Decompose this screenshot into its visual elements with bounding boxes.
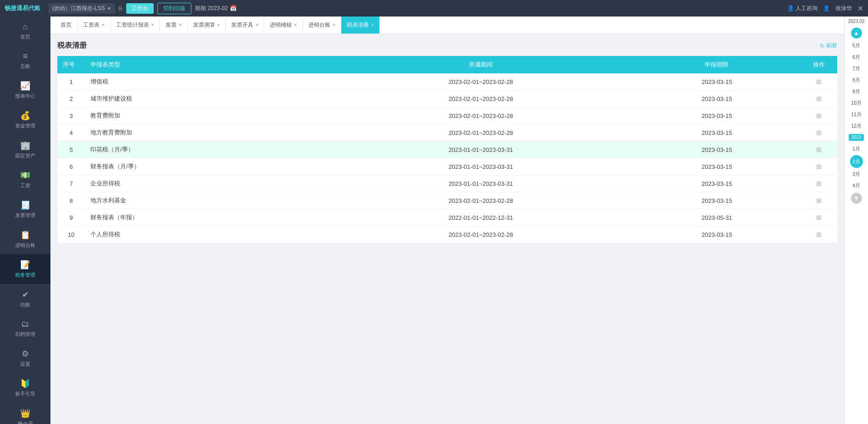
- tab-purchase-review-close[interactable]: ×: [294, 22, 297, 28]
- action-view-icon[interactable]: ⊞: [816, 180, 822, 187]
- tab-tax-list[interactable]: 税表清册 ×: [341, 17, 380, 34]
- cell-action: ⊞: [801, 124, 837, 141]
- sidebar-item-guide[interactable]: 🔰 新手引导: [0, 373, 50, 403]
- right-calendar: 2023.02 ▲ 5月 6月 7月 8月 9月 10月 11月 12月 202…: [844, 17, 868, 424]
- refresh-button[interactable]: ↻ 刷新: [820, 42, 837, 50]
- year-badge: 2023: [849, 134, 863, 141]
- switch-old-button[interactable]: 切到旧版: [157, 3, 191, 14]
- cell-no: 8: [57, 192, 85, 209]
- tab-invoice-calc-close[interactable]: ×: [217, 22, 220, 28]
- month-1[interactable]: 1月: [846, 144, 867, 154]
- action-view-icon[interactable]: ⊞: [816, 146, 822, 153]
- tax-icon: 📝: [20, 260, 30, 270]
- calendar-up-btn[interactable]: ▲: [851, 28, 862, 39]
- report-icon: 📈: [20, 81, 30, 91]
- sidebar-item-fixed-asset[interactable]: 🏢 固定资产: [0, 135, 50, 165]
- sidebar-item-home[interactable]: ⌂ 首页: [0, 17, 50, 46]
- calendar-down-btn[interactable]: ▼: [851, 193, 862, 204]
- sidebar-label-settlement: 结账: [20, 301, 30, 308]
- cell-type: 个人所得税: [85, 226, 328, 243]
- workbench-button[interactable]: 工作台: [126, 3, 154, 14]
- user-avatar: 👤: [823, 5, 830, 11]
- sidebar-item-tax[interactable]: 📝 税务管理: [0, 254, 50, 284]
- tab-home-label: 首页: [61, 21, 72, 29]
- month-11[interactable]: 11月: [846, 109, 867, 120]
- action-view-icon[interactable]: ⊞: [816, 112, 822, 119]
- action-view-icon[interactable]: ⊞: [816, 214, 822, 221]
- sidebar-item-salary[interactable]: 💵 工资: [0, 165, 50, 195]
- action-view-icon[interactable]: ⊞: [816, 78, 822, 85]
- tab-purchase-ledger-close[interactable]: ×: [333, 22, 335, 28]
- sidebar-item-vip[interactable]: 👑 畅会员: [0, 403, 50, 424]
- content-area: 首页 工资表 × 工资统计报表 × 发票 × 发票测算 × 发票开具 ×: [50, 17, 844, 424]
- action-view-icon[interactable]: ⊞: [816, 129, 822, 136]
- tab-invoice-close[interactable]: ×: [179, 22, 182, 28]
- sidebar-label-vip: 畅会员: [18, 420, 33, 424]
- cell-deadline: 2023-03-15: [633, 90, 801, 107]
- cell-type: 城市维护建设税: [85, 90, 328, 107]
- cell-action: ⊞: [801, 90, 837, 107]
- month-6[interactable]: 6月: [846, 52, 867, 62]
- tab-home[interactable]: 首页: [55, 17, 78, 34]
- top-bar-right: 👤 人工咨询 👤 徐涂华 ✕: [787, 4, 863, 13]
- month-10[interactable]: 10月: [846, 98, 867, 108]
- tab-tax-list-close[interactable]: ×: [371, 22, 374, 28]
- tax-table: 序号 申报表类型 所属期间 申报期限 操作 1 增值税 2023-02-01~2…: [57, 56, 837, 243]
- month-9[interactable]: 9月: [846, 86, 867, 97]
- cell-no: 1: [57, 73, 85, 90]
- action-view-icon[interactable]: ⊞: [816, 197, 822, 204]
- customer-service[interactable]: 👤 人工咨询: [787, 5, 818, 12]
- period-display: 期期 2023-02 📅: [195, 5, 237, 12]
- table-row: 1 增值税 2023-02-01~2023-02-28 2023-03-15 ⊞: [57, 73, 837, 90]
- cell-no: 10: [57, 226, 85, 243]
- month-4[interactable]: 4月: [846, 180, 867, 191]
- table-row: 3 教育费附加 2023-02-01~2023-02-28 2023-03-15…: [57, 107, 837, 124]
- company-selector[interactable]: (勿动）江西报垒-LSS ▼: [49, 3, 115, 14]
- action-view-icon[interactable]: ⊞: [816, 231, 822, 238]
- month-12[interactable]: 12月: [846, 121, 867, 131]
- sidebar-item-fund[interactable]: 💰 资金管理: [0, 105, 50, 135]
- month-2-active[interactable]: 2月: [850, 155, 863, 168]
- tab-invoice-open[interactable]: 发票开具 ×: [226, 17, 264, 34]
- col-action: 操作: [801, 56, 837, 73]
- tab-invoice-calc-label: 发票测算: [193, 21, 215, 29]
- sidebar-label-invoice: 发票管理: [15, 212, 35, 219]
- table-row: 6 财务报表（月/季） 2023-01-01~2023-03-31 2023-0…: [57, 158, 837, 175]
- sidebar-item-report[interactable]: 📈 报表中心: [0, 75, 50, 105]
- tab-purchase-review[interactable]: 进销稽核 ×: [264, 17, 303, 34]
- action-view-icon[interactable]: ⊞: [816, 163, 822, 170]
- tab-purchase-ledger[interactable]: 进销台账 ×: [303, 17, 341, 34]
- close-icon[interactable]: ✕: [857, 4, 863, 13]
- month-8[interactable]: 8月: [846, 75, 867, 85]
- sidebar-item-invoice[interactable]: 🧾 发票管理: [0, 195, 50, 224]
- sidebar-item-archive[interactable]: 🗂 归档管理: [0, 314, 50, 343]
- month-5[interactable]: 5月: [846, 40, 867, 51]
- table-row: 9 财务报表（年报） 2022-01-01~2022-12-31 2023-05…: [57, 209, 837, 226]
- cell-action: ⊞: [801, 175, 837, 192]
- tab-invoice[interactable]: 发票 ×: [160, 17, 188, 34]
- sidebar-item-ledger[interactable]: ≡ 总账: [0, 46, 50, 75]
- sidebar-item-purchase[interactable]: 📋 进销台账: [0, 224, 50, 254]
- sidebar-label-report: 报表中心: [15, 93, 35, 100]
- sidebar-label-tax: 税务管理: [15, 272, 35, 279]
- tab-invoice-calc[interactable]: 发票测算 ×: [188, 17, 226, 34]
- sidebar-label-salary: 工资: [20, 182, 30, 189]
- tab-salary-report[interactable]: 工资统计报表 ×: [111, 17, 160, 34]
- sidebar-label-ledger: 总账: [20, 63, 30, 70]
- sidebar-item-settings[interactable]: ⚙ 设置: [0, 343, 50, 373]
- archive-icon: 🗂: [21, 319, 29, 329]
- cell-no: 9: [57, 209, 85, 226]
- tab-invoice-open-close[interactable]: ×: [256, 22, 258, 28]
- tab-salary-report-close[interactable]: ×: [151, 22, 154, 28]
- cell-period: 2023-02-01~2023-02-28: [328, 192, 633, 209]
- salary-icon: 💵: [20, 170, 30, 180]
- action-view-icon[interactable]: ⊞: [816, 95, 822, 102]
- month-7[interactable]: 7月: [846, 63, 867, 74]
- sidebar-item-settlement[interactable]: ✔ 结账: [0, 284, 50, 314]
- table-header-row: 序号 申报表类型 所属期间 申报期限 操作: [57, 56, 837, 73]
- tab-salary[interactable]: 工资表 ×: [78, 17, 111, 34]
- tab-salary-close[interactable]: ×: [102, 22, 105, 28]
- period-value: 2023-02: [208, 5, 228, 11]
- month-3[interactable]: 3月: [846, 169, 867, 179]
- cell-deadline: 2023-03-15: [633, 158, 801, 175]
